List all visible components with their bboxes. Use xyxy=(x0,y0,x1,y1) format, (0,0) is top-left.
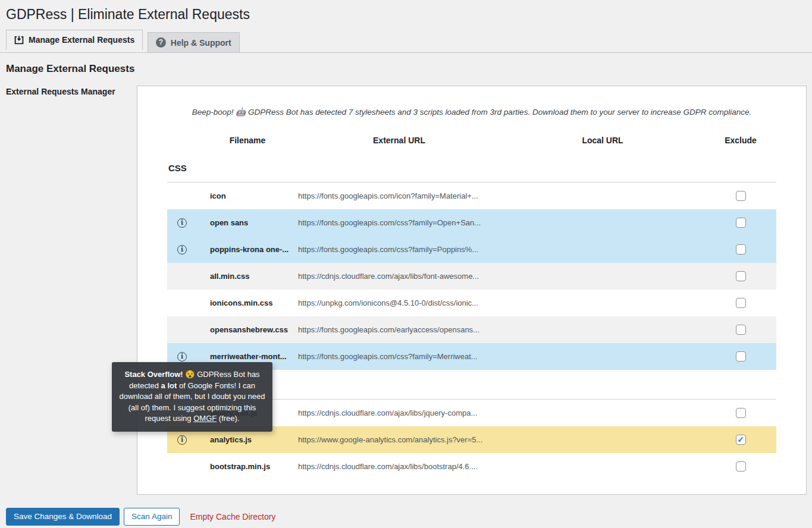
filename-cell: all.min.css xyxy=(197,272,298,281)
exclude-checkbox[interactable]: ✓ xyxy=(736,244,746,254)
external-url-cell: https://www.google-analytics.com/analyti… xyxy=(298,435,500,444)
tab-help-support[interactable]: ? Help & Support xyxy=(148,32,240,53)
external-url-cell: https://cdnjs.cloudflare.com/ajax/libs/b… xyxy=(298,462,500,471)
header-local-url: Local URL xyxy=(500,136,705,145)
external-url-cell: https://cdnjs.cloudflare.com/ajax/libs/j… xyxy=(298,408,500,417)
table-row: ionicons.min.css https://unpkg.com/ionic… xyxy=(167,290,776,316)
filename-cell: bootstrap.min.js xyxy=(197,462,298,471)
exclude-checkbox[interactable]: ✓ xyxy=(736,408,746,418)
tooltip-emphasis: a lot xyxy=(161,381,177,390)
external-url-cell: https://fonts.googleapis.com/css?family=… xyxy=(298,352,500,361)
info-icon[interactable]: i xyxy=(177,218,187,228)
exclude-checkbox[interactable]: ✓ xyxy=(736,298,746,308)
filename-cell: merriweather-mont... xyxy=(197,352,298,361)
external-url-cell: https://fonts.googleapis.com/css?family=… xyxy=(298,218,500,227)
info-icon[interactable]: i xyxy=(177,435,187,445)
external-url-cell: https://unpkg.com/ionicons@4.5.10-0/dist… xyxy=(298,298,500,307)
header-external-url: External URL xyxy=(298,136,500,145)
table-row: opensanshebrew.css https://fonts.googlea… xyxy=(167,316,776,343)
filename-cell: open sans xyxy=(197,218,298,227)
filename-cell: ionicons.min.css xyxy=(197,298,298,307)
download-icon xyxy=(14,35,24,45)
tab-manage-external-requests[interactable]: Manage External Requests xyxy=(6,30,143,50)
notice-lead: Beep-boop! xyxy=(192,108,234,117)
notice-body: GDPRess Bot has detected 7 stylesheets a… xyxy=(248,108,751,117)
empty-cache-directory-link[interactable]: Empty Cache Directory xyxy=(190,512,275,521)
robot-emoji: 🤖 xyxy=(236,108,246,117)
tooltip-title: Stack Overflow! xyxy=(124,370,183,379)
section-heading: Manage External Requests xyxy=(6,62,812,75)
exclude-checkbox-checked[interactable]: ✓ xyxy=(736,435,746,445)
tab-label: Help & Support xyxy=(171,38,231,48)
exclude-checkbox[interactable]: ✓ xyxy=(736,461,746,472)
header-filename: Filename xyxy=(197,136,298,145)
external-url-cell: https://cdnjs.cloudflare.com/ajax/libs/f… xyxy=(298,272,500,281)
exclude-checkbox[interactable]: ✓ xyxy=(736,191,746,201)
section-title-css: CSS xyxy=(167,153,776,183)
exclude-checkbox[interactable]: ✓ xyxy=(736,218,746,228)
header-exclude: Exclude xyxy=(705,136,776,145)
tab-label: Manage External Requests xyxy=(29,35,134,45)
filename-cell: analytics.js xyxy=(197,435,298,444)
exclude-checkbox[interactable]: ✓ xyxy=(736,325,746,335)
page-title: GDPRess | Eliminate External Requests xyxy=(0,0,812,23)
exclude-checkbox[interactable]: ✓ xyxy=(736,271,746,281)
external-url-cell: https://fonts.googleapis.com/earlyaccess… xyxy=(298,325,500,334)
bot-notice: Beep-boop! 🤖 GDPRess Bot has detected 7 … xyxy=(167,106,776,118)
table-row: icon https://fonts.googleapis.com/icon?f… xyxy=(167,183,776,209)
settings-form-row: External Requests Manager Beep-boop! 🤖 G… xyxy=(0,86,812,495)
dizzy-face-emoji: 😵 xyxy=(185,370,195,379)
external-requests-panel: Beep-boop! 🤖 GDPRess Bot has detected 7 … xyxy=(137,86,807,495)
external-url-cell: https://fonts.googleapis.com/css?family=… xyxy=(298,245,500,254)
table-row: i poppins-krona one-... https://fonts.go… xyxy=(167,236,776,263)
scan-again-button[interactable]: Scan Again xyxy=(124,508,180,526)
omgf-link[interactable]: OMGF xyxy=(193,414,217,423)
filename-cell: icon xyxy=(197,191,298,200)
settings-label: External Requests Manager xyxy=(6,86,137,97)
tooltip-text: (free). xyxy=(219,414,240,423)
external-url-cell: https://fonts.googleapis.com/icon?family… xyxy=(298,191,500,200)
tab-bar: Manage External Requests ? Help & Suppor… xyxy=(0,30,812,53)
help-icon: ? xyxy=(156,37,166,48)
table-row: i open sans https://fonts.googleapis.com… xyxy=(167,209,776,236)
save-changes-download-button[interactable]: Save Changes & Download xyxy=(6,508,120,526)
table-row: all.min.css https://cdnjs.cloudflare.com… xyxy=(167,263,776,290)
filename-cell: poppins-krona one-... xyxy=(197,245,298,254)
table-header-row: Filename External URL Local URL Exclude xyxy=(167,128,776,153)
footer-actions: Save Changes & Download Scan Again Empty… xyxy=(6,508,812,526)
table-row: bootstrap.min.js https://cdnjs.cloudflar… xyxy=(167,453,776,480)
gdpress-bot-tooltip: Stack Overflow! 😵 GDPRess Bot has detect… xyxy=(112,362,272,432)
info-icon[interactable]: i xyxy=(177,245,187,254)
filename-cell: opensanshebrew.css xyxy=(197,325,298,334)
info-icon[interactable]: i xyxy=(177,352,187,362)
exclude-checkbox[interactable]: ✓ xyxy=(736,351,746,362)
